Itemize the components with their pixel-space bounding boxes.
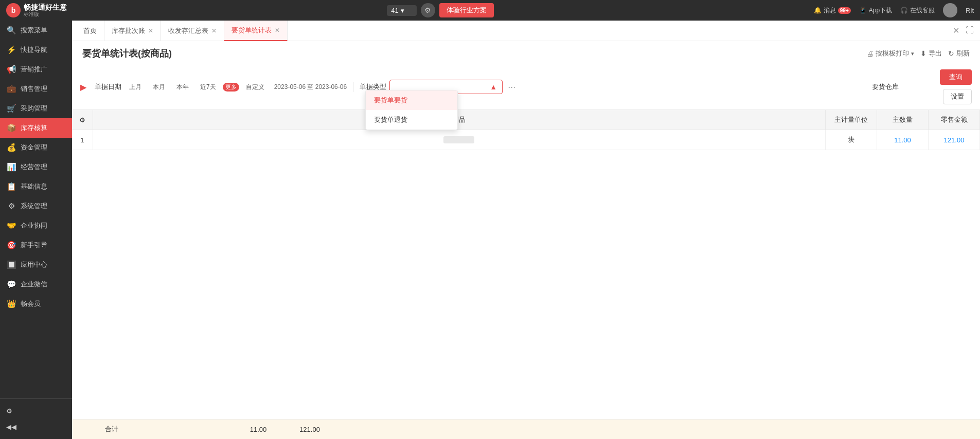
amount-link[interactable]: 121.00 — [944, 136, 965, 144]
sidebar-item-operation[interactable]: 📊经营管理 — [0, 157, 72, 177]
sidebar-collapse[interactable]: ◀◀ — [0, 419, 72, 435]
app-download-button[interactable]: 📱 App下载 — [859, 6, 892, 15]
col-header-amount: 零售金额 — [929, 110, 980, 130]
type-select-arrow-up: ▲ — [490, 83, 497, 91]
sidebar-item-label: 应用中心 — [21, 260, 47, 269]
purchase-icon: 🛒 — [6, 104, 16, 113]
tab-home[interactable]: 首页 — [76, 21, 104, 41]
print-dropdown-icon: ▾ — [911, 50, 914, 57]
refresh-button[interactable]: ↻ 刷新 — [948, 49, 970, 58]
inventory-icon: 📦 — [6, 123, 16, 133]
table-settings-button[interactable]: 设置 — [943, 89, 972, 104]
row-amount: 121.00 — [929, 130, 980, 150]
sidebar-item-purchase[interactable]: 🛒采购管理 — [0, 99, 72, 118]
col-header-product: 商品 — [93, 110, 826, 130]
print-button[interactable]: 🖨 按模板打印 ▾ — [866, 49, 914, 58]
finance-icon: 💰 — [6, 143, 16, 152]
tab-label: 库存批次账 — [112, 26, 145, 35]
tab-order-summary[interactable]: 要货单统计表✕ — [224, 21, 288, 41]
sidebar-item-label: 快捷导航 — [21, 45, 47, 54]
top-header: b 畅捷通好生意 标准版 41 ▾ ⚙ 体验行业方案 🔔 消息 99+ 📱 Ap… — [0, 0, 980, 21]
user-name: Rit — [966, 7, 974, 14]
sidebar-item-system[interactable]: ⚙系统管理 — [0, 196, 72, 216]
header-left: b 畅捷通好生意 标准版 — [6, 3, 67, 18]
sidebar-item-label: 基础信息 — [21, 182, 47, 191]
filter-bar: ▶ 单据日期 上月 本月 本年 近7天 更多 自定义 2023-05-06 至 … — [72, 64, 980, 110]
col-header-settings[interactable]: ⚙ — [72, 110, 93, 130]
more-date-badge[interactable]: 更多 — [223, 83, 239, 92]
row-qty: 11.00 — [877, 130, 929, 150]
sidebar-item-marketing[interactable]: 📢营销推广 — [0, 60, 72, 79]
col-header-unit: 主计量单位 — [826, 110, 877, 130]
gear-icon: ⚙ — [6, 407, 12, 415]
sidebar-item-app-center[interactable]: 🔲应用中心 — [0, 255, 72, 275]
sidebar-item-basic[interactable]: 📋基础信息 — [0, 177, 72, 196]
sidebar-item-wx[interactable]: 💬企业微信 — [0, 275, 72, 294]
trial-button[interactable]: 体验行业方案 — [439, 3, 494, 17]
tab-close-inventory-batch[interactable]: ✕ — [148, 27, 153, 34]
sidebar-item-search[interactable]: 🔍搜索菜单 — [0, 21, 72, 40]
dropdown-item-return[interactable]: 要货单退货 — [366, 110, 457, 130]
sidebar-item-label: 采购管理 — [21, 104, 47, 113]
refresh-icon: ↻ — [948, 49, 954, 58]
date-filter-group: 单据日期 上月 本月 本年 近7天 更多 自定义 2023-05-06 至 20… — [95, 81, 347, 94]
sidebar-item-sales[interactable]: 💼销售管理 — [0, 79, 72, 99]
filter-expand-button[interactable]: ▶ — [80, 82, 86, 92]
page-title: 要货单统计表(按商品) — [82, 47, 172, 60]
page-actions: 🖨 按模板打印 ▾ ⬇ 导出 ↻ 刷新 — [866, 49, 970, 58]
export-button[interactable]: ⬇ 导出 — [920, 49, 942, 58]
notifications-button[interactable]: 🔔 消息 99+ — [814, 6, 851, 15]
sidebar-item-inventory[interactable]: 📦库存核算 — [0, 118, 72, 138]
product-name-placeholder — [443, 136, 474, 143]
sidebar-item-guide[interactable]: 🎯新手引导 — [0, 235, 72, 255]
tab-close-order-summary[interactable]: ✕ — [275, 27, 280, 34]
sidebar-item-enterprise[interactable]: 🤝企业协同 — [0, 216, 72, 235]
qty-link[interactable]: 11.00 — [894, 136, 911, 144]
sidebar-item-quick-nav[interactable]: ⚡快捷导航 — [0, 40, 72, 60]
row-product — [93, 130, 826, 150]
date-range-display: 2023-05-06 至 2023-06-06 — [274, 83, 347, 92]
query-button[interactable]: 查询 — [940, 69, 972, 85]
table-row: 1 块 11.00 121.00 — [72, 130, 980, 150]
custom-date-btn[interactable]: 自定义 — [241, 81, 269, 94]
member-icon: 👑 — [6, 299, 16, 308]
header-right: 🔔 消息 99+ 📱 App下载 🎧 在线客服 Rit — [814, 3, 974, 17]
col-header-qty: 主数量 — [877, 110, 929, 130]
chevron-down-icon: ▾ — [401, 7, 404, 14]
company-selector[interactable]: 41 ▾ — [387, 5, 416, 16]
main-layout: 🔍搜索菜单⚡快捷导航📢营销推广💼销售管理🛒采购管理📦库存核算💰资金管理📊经营管理… — [0, 21, 980, 439]
this-month-btn[interactable]: 本月 — [148, 81, 170, 94]
sidebar-item-label: 企业协同 — [21, 221, 47, 230]
data-table: ⚙ 商品 主计量单位 主数量 零售金额 1 — [72, 110, 980, 150]
sidebar-item-label: 营销推广 — [21, 65, 47, 74]
tab-close-receivable-summary[interactable]: ✕ — [211, 27, 217, 34]
settings-icon[interactable]: ⚙ — [421, 3, 435, 17]
sidebar-item-label: 畅会员 — [21, 299, 41, 308]
header-center: 41 ▾ ⚙ 体验行业方案 — [387, 3, 493, 17]
sidebar-settings[interactable]: ⚙ — [0, 403, 72, 419]
collapse-icon: ◀◀ — [6, 423, 16, 431]
more-options-btn[interactable]: ··· — [508, 82, 515, 93]
last-7-days-btn[interactable]: 近7天 — [195, 81, 221, 94]
marketing-icon: 📢 — [6, 65, 16, 74]
search-icon: 🔍 — [6, 26, 16, 35]
sidebar-item-member[interactable]: 👑畅会员 — [0, 294, 72, 314]
user-avatar[interactable] — [943, 3, 957, 17]
headset-icon: 🎧 — [900, 7, 908, 14]
sidebar-item-label: 资金管理 — [21, 143, 47, 152]
dropdown-item-order[interactable]: 要货单要货 — [366, 90, 457, 110]
sidebar-item-label: 新手引导 — [21, 241, 47, 250]
sidebar-item-finance[interactable]: 💰资金管理 — [0, 138, 72, 157]
expand-tabs-btn[interactable]: ⛶ — [964, 25, 976, 36]
sidebar-item-label: 库存核算 — [21, 123, 47, 133]
tab-receivable-summary[interactable]: 收发存汇总表✕ — [161, 21, 224, 41]
footer-amount: 121.00 — [284, 426, 335, 433]
data-table-container: ⚙ 商品 主计量单位 主数量 零售金额 1 — [72, 110, 980, 419]
online-service-button[interactable]: 🎧 在线客服 — [900, 6, 935, 15]
last-month-btn[interactable]: 上月 — [124, 81, 146, 94]
close-tab-btn[interactable]: ✕ — [951, 25, 961, 36]
tabs-controls: ✕ ⛶ — [951, 25, 976, 36]
tab-label: 要货单统计表 — [231, 26, 272, 35]
this-year-btn[interactable]: 本年 — [172, 81, 193, 94]
tab-inventory-batch[interactable]: 库存批次账✕ — [104, 21, 161, 41]
